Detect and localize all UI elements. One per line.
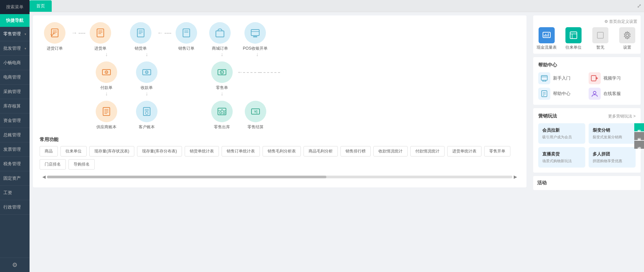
marketing-item-member[interactable]: 会员拉新 吸引用户成为会员 bbox=[538, 123, 585, 144]
flow-node-supplier-book[interactable]: 供应商账本 bbox=[91, 101, 122, 130]
help-title: 帮助中心 bbox=[538, 62, 636, 68]
marketing-card: 营销玩法 更多营销玩法 > 会员拉新 吸引用户成为会员 裂变分销 裂变式发展分销… bbox=[533, 108, 641, 173]
svg-point-39 bbox=[223, 112, 225, 114]
sidebar: 搜索菜单 快捷导航 零售管理▾ 批发管理▾ 小畅电商 电商管理 采购管理 库存核… bbox=[0, 0, 30, 272]
func-btn-goods[interactable]: 商品 bbox=[40, 146, 58, 156]
activity-section: 活动 bbox=[533, 176, 641, 190]
func-btn-guide-rank[interactable]: 导购排名 bbox=[68, 159, 95, 170]
func-btn-payment-stat[interactable]: 收款情况统计 bbox=[373, 146, 408, 156]
func-btn-goods-profit[interactable]: 商品毛利分析 bbox=[304, 146, 338, 156]
scroll-track[interactable] bbox=[47, 176, 512, 178]
sidebar-item-xiaochang[interactable]: 小畅电商 bbox=[0, 56, 30, 70]
svg-rect-4 bbox=[97, 29, 104, 37]
func-btn-sale-profit[interactable]: 销售毛利分析表 bbox=[263, 146, 301, 156]
flow-node-customer-book[interactable]: 客户账本 bbox=[132, 101, 162, 130]
left-panel: 进货订单 → 进货单 bbox=[30, 12, 530, 272]
common-func-title: 常用功能 bbox=[40, 137, 520, 143]
sidebar-item-invoice[interactable]: 发票管理 bbox=[0, 142, 30, 157]
quick-bar-setting[interactable]: 首页自定义设置 bbox=[604, 19, 637, 25]
scroll-thumb bbox=[47, 176, 326, 178]
svg-marker-59 bbox=[596, 77, 598, 80]
flow-node-payment-in[interactable]: ¥ 收款单 bbox=[132, 61, 162, 91]
quick-icon-settings[interactable]: 设置 bbox=[617, 27, 637, 50]
sidebar-item-tax[interactable]: 税务管理 bbox=[0, 157, 30, 171]
svg-rect-58 bbox=[591, 76, 596, 81]
main-area: 首页 ⤢ 进货订单 → bbox=[30, 0, 644, 272]
sidebar-item-wholesale[interactable]: 批发管理▾ bbox=[0, 41, 30, 56]
marketing-item-group[interactable]: 多人拼团 拼团购物享受优惠 bbox=[589, 147, 636, 168]
sidebar-item-admin[interactable]: 行政管理 bbox=[0, 200, 30, 215]
svg-rect-51 bbox=[597, 32, 603, 38]
flow-node-retail-out[interactable]: 零售出库 bbox=[207, 101, 237, 130]
scroll-row: ◀ ▶ bbox=[40, 173, 520, 181]
expand-button[interactable]: ⤢ bbox=[637, 3, 641, 9]
help-card: 帮助中心 新手入门 视频学习 bbox=[533, 57, 641, 105]
flow-node-retail-settle[interactable]: ¥ 零售结算 bbox=[240, 101, 271, 130]
sidebar-item-finance[interactable]: 资金管理 bbox=[0, 114, 30, 128]
marketing-item-fission[interactable]: 裂变分销 裂变式发展分销商 bbox=[589, 123, 636, 144]
sidebar-bottom: ⚙ bbox=[0, 258, 30, 272]
func-btn-purchase-stat[interactable]: 进货单统计表 bbox=[447, 146, 481, 156]
marketing-header: 营销玩法 更多营销玩法 > bbox=[538, 113, 636, 119]
quick-icon-contacts[interactable]: 往来单位 bbox=[563, 27, 584, 50]
svg-rect-0 bbox=[51, 29, 58, 37]
svg-text:¥: ¥ bbox=[105, 71, 107, 74]
help-item-help[interactable]: 帮助中心 bbox=[538, 88, 585, 100]
svg-rect-16 bbox=[251, 30, 259, 36]
float-btn-desktop[interactable]: 桌面快捷 bbox=[634, 141, 644, 149]
func-btn-pay-stat[interactable]: 付款情况统计 bbox=[410, 146, 445, 156]
sidebar-item-ecommerce[interactable]: 电商管理 bbox=[0, 70, 30, 85]
tab-home[interactable]: 首页 bbox=[30, 0, 52, 12]
svg-rect-53 bbox=[541, 76, 547, 80]
func-btn-retail-order[interactable]: 零售开单 bbox=[484, 146, 510, 156]
marketing-more[interactable]: 更多营销玩法 > bbox=[608, 114, 636, 119]
svg-rect-18 bbox=[253, 36, 257, 37]
help-item-beginner[interactable]: 新手入门 bbox=[538, 72, 585, 84]
flow-node-sale-order[interactable]: 销售订单 bbox=[171, 22, 201, 51]
scroll-left-icon[interactable]: ◀ bbox=[42, 174, 46, 179]
flow-node-purchase-order[interactable]: 进货订单 bbox=[40, 22, 70, 51]
sidebar-item-purchase[interactable]: 采购管理 bbox=[0, 85, 30, 99]
float-btn-customer-service[interactable]: 客服热线 bbox=[634, 123, 644, 131]
sidebar-item-general[interactable]: 总账管理 bbox=[0, 128, 30, 142]
func-btn-contacts[interactable]: 往来单位 bbox=[60, 146, 87, 156]
quick-icon-none[interactable]: 暂无 bbox=[590, 27, 610, 50]
flow-node-sale[interactable]: 销货单 bbox=[126, 22, 156, 51]
func-btn-sale-rank[interactable]: 销售排行榜 bbox=[340, 146, 371, 156]
flow-node-mall-order[interactable]: 商城订单 bbox=[205, 22, 235, 51]
func-btn-store-rank[interactable]: 门店排名 bbox=[40, 159, 66, 170]
svg-rect-60 bbox=[542, 91, 547, 97]
flow-node-pos[interactable]: POS收银开单 bbox=[238, 22, 272, 51]
svg-point-38 bbox=[220, 112, 222, 114]
search-menu[interactable]: 搜索菜单 bbox=[0, 0, 30, 14]
func-btn-stock2[interactable]: 现存量(库存分布表) bbox=[137, 146, 182, 156]
float-btn-community[interactable]: 服务社区 bbox=[634, 132, 644, 140]
svg-text:¥: ¥ bbox=[254, 109, 257, 114]
svg-rect-48 bbox=[570, 32, 577, 39]
sidebar-item-fixed[interactable]: 固定资产 bbox=[0, 171, 30, 186]
svg-rect-28 bbox=[103, 107, 110, 116]
quick-icon-cashflow[interactable]: 现金流量表 bbox=[537, 27, 557, 50]
sidebar-item-retail[interactable]: 零售管理▾ bbox=[0, 27, 30, 41]
sidebar-item-salary[interactable]: 工资 bbox=[0, 186, 30, 200]
svg-text:¥: ¥ bbox=[146, 71, 148, 74]
right-panel: 首页自定义设置 现金流量表 往来单位 bbox=[530, 12, 644, 272]
activity-title: 活动 bbox=[537, 180, 637, 186]
marketing-title: 营销玩法 bbox=[538, 113, 557, 119]
help-item-video[interactable]: 视频学习 bbox=[589, 72, 636, 84]
nav-label: 快捷导航 bbox=[6, 18, 24, 23]
func-btn-stock1[interactable]: 现存量(库存状况表) bbox=[89, 146, 134, 156]
flow-node-purchase[interactable]: 进货单 bbox=[85, 22, 116, 51]
scroll-right-icon[interactable]: ▶ bbox=[514, 174, 517, 179]
flow-node-retail-order[interactable]: ¥ 零售单 bbox=[207, 61, 237, 91]
quick-bar-header: 首页自定义设置 bbox=[537, 19, 637, 25]
func-btn-sale-order-stat[interactable]: 销售订单统计表 bbox=[222, 146, 260, 156]
help-item-online[interactable]: 在线客服 bbox=[589, 88, 636, 100]
marketing-item-live[interactable]: 直播卖货 场景式购物新玩法 bbox=[538, 147, 585, 168]
sidebar-item-inventory[interactable]: 库存核算 bbox=[0, 99, 30, 114]
func-btn-sale-stat[interactable]: 销货单统计表 bbox=[185, 146, 219, 156]
quick-bar: 首页自定义设置 现金流量表 往来单位 bbox=[533, 15, 641, 54]
flow-node-payment-out[interactable]: ¥ 付款单 bbox=[91, 61, 122, 91]
settings-gear-icon[interactable]: ⚙ bbox=[12, 261, 17, 269]
svg-point-64 bbox=[593, 91, 596, 94]
